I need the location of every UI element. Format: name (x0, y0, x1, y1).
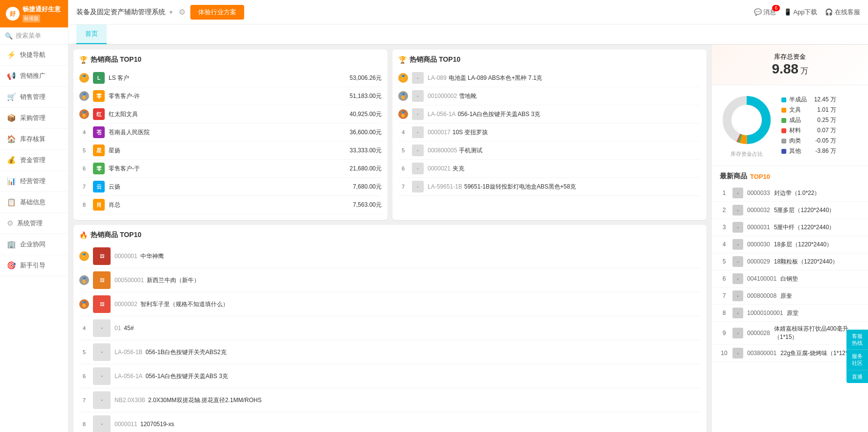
list-item: 3 ▪ 0000031 5厘中纤（1220*2440） (712, 219, 868, 236)
top-customers-card: 🏆 热销商品 TOP10 🏅 L LS 客户 53,006.26元 🏅 零 零售… (73, 49, 388, 220)
legend-label: 成品 (789, 116, 809, 124)
product-code: 0000028 (747, 330, 770, 336)
product-info: 000800005手机测试 (428, 146, 701, 155)
newest-title: 最新商品 (720, 172, 747, 181)
topbar: 装备及固定资产辅助管理系统 ▼ ⚙ 体验行业方案 💬 消息 6 📱 App下载 … (69, 0, 868, 24)
product-icon: ▪ (732, 222, 743, 233)
experience-btn[interactable]: 体验行业方案 (190, 5, 244, 20)
product-info: 001000002雪地靴 (428, 92, 701, 100)
customer-avatar: 星 (93, 144, 105, 156)
customer-name: 云扬 (109, 183, 349, 191)
nav-icon-operations: 📊 (7, 177, 16, 186)
settings-icon[interactable]: ⚙ (179, 7, 185, 17)
list-item: 🏅 🖼 0000002智利车子里（规格不知道填什么） (79, 292, 701, 316)
sidebar-item-inventory[interactable]: 🏠库存核算 (0, 129, 68, 150)
inventory-amount: 9.88 (772, 61, 799, 76)
rank-number: 🏅 (79, 73, 89, 83)
product-img: ▪ (412, 108, 424, 120)
list-item: 4 ▪ 0000030 18多层（1220*2440） (712, 236, 868, 253)
live-btn[interactable]: 直播 (846, 370, 868, 383)
nav-icon-quick-nav: ⚡ (7, 50, 16, 59)
hot-products-list: 🏅 🖼 0000001中华神鹰 🏅 🖼 000500001新西兰牛肉（新牛） 🏅… (79, 244, 701, 432)
top-customers-list: 🏅 L LS 客户 53,006.26元 🏅 零 零售客户-许 51,183.0… (79, 69, 382, 214)
logo-icon: 好 (6, 7, 20, 21)
legend-item: 文具 1.01 万 (781, 106, 836, 114)
rank-number: 4 (79, 323, 89, 333)
sidebar-item-system[interactable]: ⚙系统管理 (0, 213, 68, 234)
rank-number: 4 (398, 127, 408, 137)
chart-label: 库存资金占比 (720, 150, 774, 158)
online-service-btn[interactable]: 🎧 在线客服 (825, 8, 860, 17)
nav-icon-purchase: 📦 (7, 114, 16, 122)
product-code: 10000100001 (747, 310, 783, 316)
list-item: 🏅 红 红太阳文具 40,925.00元 (79, 105, 382, 123)
rank-number: 6 (398, 164, 408, 173)
rank-number: 🏅 (79, 91, 89, 101)
customer-value: 40,925.00元 (350, 110, 382, 119)
product-icon: ▪ (732, 328, 743, 338)
nav-label-enterprise: 企业协同 (20, 240, 46, 249)
notifications-btn[interactable]: 💬 消息 6 (754, 8, 777, 17)
product-info: 0000001中华神鹰 (114, 252, 701, 261)
nav-icon-finance: 💰 (7, 156, 16, 165)
hot-product-img: ▪ (93, 343, 111, 361)
top-products-right-card: 🏆 热销商品 TOP10 🏅 ▪ LA-089电池盖 LA-089 ABS本色+… (392, 49, 707, 220)
search-label: 搜索菜单 (16, 31, 41, 40)
service-community-btn[interactable]: 服务社区 (846, 350, 868, 370)
sidebar-item-quick-nav[interactable]: ⚡快捷导航 (0, 45, 68, 66)
dropdown-arrow-icon[interactable]: ▼ (168, 9, 174, 15)
flame-icon: 🔥 (79, 231, 88, 239)
product-info: 0145# (114, 325, 701, 332)
product-info: NB2.0X30B2.0X30MM双搓花轴.搓花直径2.1MM/ROHS (114, 396, 701, 405)
sidebar-item-purchase[interactable]: 📦采购管理 (0, 108, 68, 129)
top-section: 🏆 热销商品 TOP10 🏅 L LS 客户 53,006.26元 🏅 零 零售… (73, 49, 707, 220)
rank-number: 8 (79, 200, 89, 210)
product-code: 0000031 (747, 224, 770, 231)
rank-number: 🏅 (398, 73, 408, 83)
sidebar-item-operations[interactable]: 📊经营管理 (0, 171, 68, 192)
list-item: 1 ▪ 0000033 封边带（1.0*22） (712, 185, 868, 202)
sidebar-item-basic[interactable]: 📋基础信息 (0, 192, 68, 213)
sidebar-search[interactable]: 🔍 搜索菜单 (0, 27, 68, 45)
tab-home[interactable]: 首页 (76, 24, 107, 44)
legend-item: 其他 -3.86 万 (781, 147, 836, 155)
legend-dot (781, 128, 786, 133)
topbar-right: 💬 消息 6 📱 App下载 🎧 在线客服 (754, 8, 860, 17)
customer-value: 33,333.00元 (350, 146, 382, 155)
rank-number: 🏅 (79, 251, 89, 261)
product-code: 003800001 (747, 350, 777, 357)
sidebar-item-enterprise[interactable]: 🏢企业协同 (0, 234, 68, 255)
inventory-unit: 万 (800, 67, 808, 75)
product-info: LA-056-1B056-1B白色按键开关壳ABS2克 (114, 348, 701, 357)
notification-badge: 6 (772, 5, 780, 11)
nav-label-basic: 基础信息 (20, 198, 46, 207)
product-info: 0000002智利车子里（规格不知道填什么） (114, 300, 701, 309)
inventory-legend: 半成品 12.45 万 文具 1.01 万 成品 0.25 万 材料 0.07 … (781, 96, 836, 155)
customer-name: 零售客户-于 (109, 165, 346, 173)
rank-number: 8 (79, 419, 89, 429)
list-item: 8 肖 肖总 7,563.00元 (79, 196, 382, 214)
product-info: 000500001新西兰牛肉（新牛） (114, 276, 701, 285)
legend-label: 文具 (789, 106, 809, 114)
rank-number: 🏅 (79, 275, 89, 285)
list-item: 4 苍 苍南县人民医院 36,600.00元 (79, 123, 382, 142)
legend-value: 1.01 万 (812, 106, 836, 114)
customer-service-btn[interactable]: 客服热线 (846, 330, 868, 350)
sidebar-item-finance[interactable]: 💰资金管理 (0, 150, 68, 171)
rank-number: 5 (79, 145, 89, 155)
app-download-btn[interactable]: 📱 App下载 (784, 8, 817, 17)
sidebar-item-marketing[interactable]: 📢营销推广 (0, 66, 68, 87)
product-code: 0000029 (747, 258, 770, 265)
sidebar-item-guide[interactable]: 🎯新手引导 (0, 255, 68, 276)
rank-number: 6 (720, 275, 729, 282)
list-item: 🏅 ▪ 001000002雪地靴 (398, 87, 701, 105)
newest-badge: TOP10 (750, 173, 770, 180)
product-name: 5厘中纤（1220*2440） (774, 223, 860, 232)
trophy2-icon: 🏆 (398, 56, 407, 64)
sidebar-item-sales[interactable]: 🛒销售管理 (0, 87, 68, 108)
trophy-icon: 🏆 (79, 56, 88, 64)
legend-dot (781, 108, 786, 113)
list-item: 🏅 ▪ LA-089电池盖 LA-089 ABS本色+黑种 7.1克 (398, 69, 701, 87)
sidebar-nav: ⚡快捷导航📢营销推广🛒销售管理📦采购管理🏠库存核算💰资金管理📊经营管理📋基础信息… (0, 45, 68, 276)
list-item: 🏅 零 零售客户-许 51,183.00元 (79, 87, 382, 105)
